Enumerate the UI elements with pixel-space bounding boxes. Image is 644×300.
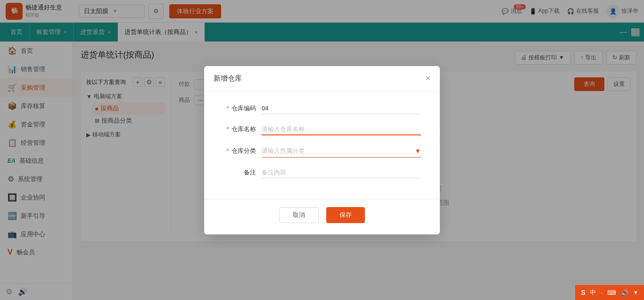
new-warehouse-modal: 新增仓库 × * 仓库编码 * 仓库名称 [204, 66, 440, 234]
warehouse-category-placeholder: 请输入所属分类 [262, 147, 305, 155]
required-star: * [226, 105, 229, 112]
warehouse-category-label: * 仓库分类 [223, 147, 256, 155]
modal-title: 新增仓库 [214, 74, 242, 83]
speaker-icon[interactable]: 🔊 [621, 289, 628, 296]
modal-body: * 仓库编码 * 仓库名称 * 仓库分类 请输入 [204, 92, 440, 199]
warehouse-category-select[interactable]: 请输入所属分类 ▼ [262, 145, 421, 158]
modal-overlay: 新增仓库 × * 仓库编码 * 仓库名称 [0, 0, 644, 300]
warehouse-remark-input[interactable] [262, 167, 421, 178]
warehouse-code-input[interactable] [262, 103, 421, 114]
modal-close-button[interactable]: × [425, 74, 430, 83]
dot-icon: · [601, 289, 603, 296]
sougou-icon[interactable]: S [581, 289, 585, 296]
save-button[interactable]: 保存 [326, 207, 365, 223]
warehouse-name-input[interactable] [262, 124, 421, 135]
warehouse-category-row: * 仓库分类 请输入所属分类 ▼ [223, 145, 421, 158]
warehouse-name-row: * 仓库名称 [223, 124, 421, 135]
bottom-bar: S 中 · ⌨ 🔊 ▼ [575, 285, 644, 300]
required-star-3: * [226, 147, 229, 154]
warehouse-code-label: * 仓库编码 [223, 104, 256, 113]
warehouse-remark-row: 备注 [223, 167, 421, 178]
cancel-button[interactable]: 取消 [279, 207, 319, 223]
warehouse-remark-label: 备注 [223, 168, 256, 177]
dropdown-icon[interactable]: ▼ [633, 290, 638, 295]
warehouse-name-label: * 仓库名称 [223, 125, 256, 133]
warehouse-category-arrow-icon: ▼ [414, 147, 421, 155]
required-star-2: * [226, 125, 229, 133]
modal-header: 新增仓库 × [204, 66, 440, 92]
chinese-input-icon[interactable]: 中 [590, 288, 596, 297]
warehouse-code-row: * 仓库编码 [223, 103, 421, 114]
keyboard-icon[interactable]: ⌨ [607, 289, 616, 296]
modal-footer: 取消 保存 [204, 199, 440, 234]
